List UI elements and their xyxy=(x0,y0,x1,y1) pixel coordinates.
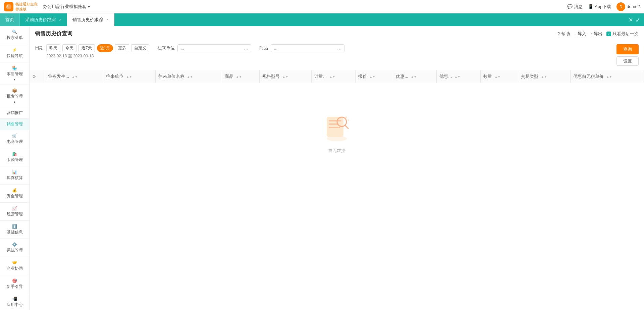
user-avatar[interactable]: D demo2 xyxy=(616,2,640,11)
filter-actions: 查询 设置 xyxy=(616,44,639,66)
sidebar-item-system[interactable]: ⚙️ 系统管理 xyxy=(0,239,29,257)
table-container: ⚙ 业务发生... ▲▼ 往来单位 ▲▼ xyxy=(30,70,644,180)
topbar-right: 💬 消息 📱 App下载 D demo2 xyxy=(567,2,640,11)
sort-icon-trade-type[interactable]: ▲▼ xyxy=(541,75,547,79)
sort-icon-partner-code[interactable]: ▲▼ xyxy=(126,75,132,79)
date-btn-today[interactable]: 今天 xyxy=(62,44,76,52)
th-partner-name[interactable]: 往来单位名称 ▲▼ xyxy=(155,70,222,83)
sort-icon-pretax-price[interactable]: ▲▼ xyxy=(606,75,612,79)
sidebar-item-inventory[interactable]: 📊 库存核算 xyxy=(0,166,29,185)
partner-input-dots[interactable]: ... xyxy=(244,45,248,51)
sidebar-item-wholesale[interactable]: 📦 批发管理 ▴ xyxy=(0,85,29,107)
tab-home[interactable]: 首页 xyxy=(0,13,20,26)
th-trade-type[interactable]: 交易类型 ▲▼ xyxy=(518,70,570,83)
sort-icon-qty[interactable]: ▲▼ xyxy=(494,75,500,79)
sort-icon-product[interactable]: ▲▼ xyxy=(236,75,242,79)
data-table: ⚙ 业务发生... ▲▼ 往来单位 ▲▼ xyxy=(30,70,644,83)
sidebar-item-marketing[interactable]: 营销推广 xyxy=(0,107,29,119)
wholesale-icon: 📦 xyxy=(12,88,17,93)
logo-text: 畅捷通好生意 标准版 xyxy=(15,2,38,11)
th-discount-amt[interactable]: 优惠... ▲▼ xyxy=(437,70,480,83)
sidebar-item-quick-nav[interactable]: ⚡ 快捷导航 xyxy=(0,44,29,62)
tabbar-actions: ✕ ⤢ xyxy=(629,17,644,23)
export-btn[interactable]: ↑ 导出 xyxy=(590,31,603,37)
query-button[interactable]: 查询 xyxy=(616,44,639,54)
settings-button[interactable]: 设置 xyxy=(616,56,639,66)
message-btn[interactable]: 💬 消息 xyxy=(567,4,583,10)
app-center-icon: 📲 xyxy=(12,297,17,301)
tab-sales-close[interactable]: × xyxy=(106,17,109,22)
date-options: 昨天 今天 近7天 近1月 更多 自定义 2023-02-18 至 2023-0… xyxy=(46,44,149,59)
date-btn-yesterday[interactable]: 昨天 xyxy=(46,44,60,52)
sidebar: 🔍 搜索菜单 ⚡ 快捷导航 🏪 零售管理 ▾ 📦 批发管理 ▴ 营销推广 销售管… xyxy=(0,26,30,310)
tab-purchase-history[interactable]: 采购历史价跟踪 × xyxy=(20,13,67,26)
th-product[interactable]: 商品 ▲▼ xyxy=(222,70,260,83)
th-qty[interactable]: 数量 ▲▼ xyxy=(480,70,518,83)
th-price[interactable]: 报价 ▲▼ xyxy=(355,70,393,83)
sidebar-item-app-center[interactable]: 📲 应用中心 xyxy=(0,293,29,310)
svg-rect-4 xyxy=(329,120,341,121)
tab-sales-history[interactable]: 销售历史价跟踪 × xyxy=(67,13,114,26)
export-icon: ↑ xyxy=(590,31,593,36)
sidebar-item-operation[interactable]: 📈 经营管理 xyxy=(0,203,29,221)
purchase-icon: 🛍️ xyxy=(12,152,17,156)
th-partner-code[interactable]: 往来单位 ▲▼ xyxy=(103,70,155,83)
sidebar-item-search[interactable]: 🔍 搜索菜单 xyxy=(0,26,29,44)
page-container: 销售历史价查询 ? 帮助 ↓ 导入 ↑ 导出 xyxy=(30,26,644,310)
empty-illustration xyxy=(320,110,354,144)
date-btn-1month[interactable]: 近1月 xyxy=(97,44,113,52)
svg-rect-6 xyxy=(329,127,340,128)
product-input-dots[interactable]: ... xyxy=(337,45,341,51)
sidebar-item-guide[interactable]: 🎯 新手引导 xyxy=(0,275,29,293)
main-layout: 🔍 搜索菜单 ⚡ 快捷导航 🏪 零售管理 ▾ 📦 批发管理 ▴ 营销推广 销售管… xyxy=(0,26,644,310)
sort-icon-discount-rate[interactable]: ▲▼ xyxy=(411,75,417,79)
th-settings: ⚙ xyxy=(30,70,45,83)
sort-icon-spec[interactable]: ▲▼ xyxy=(282,75,288,79)
sidebar-item-basic-info[interactable]: ℹ️ 基础信息 xyxy=(0,221,29,239)
gear-icon[interactable]: ⚙ xyxy=(32,74,36,79)
import-btn[interactable]: ↓ 导入 xyxy=(574,31,586,37)
maximize-btn[interactable]: ⤢ xyxy=(636,17,640,23)
date-btn-more[interactable]: 更多 xyxy=(115,44,129,52)
tab-purchase-close[interactable]: × xyxy=(59,17,61,22)
sidebar-item-finance[interactable]: 💰 资金管理 xyxy=(0,185,29,203)
wholesale-expand-icon: ▴ xyxy=(14,100,15,104)
last-only-label[interactable]: 只看最后一次 xyxy=(606,31,639,37)
app-selector[interactable]: 办公用品行业模拟账套 ▾ xyxy=(40,2,93,11)
th-biz-date[interactable]: 业务发生... ▲▼ xyxy=(45,70,103,83)
sidebar-item-enterprise[interactable]: 🤝 企业协同 xyxy=(0,257,29,275)
logo-area: 6 畅捷通好生意 标准版 xyxy=(4,2,38,11)
logo-icon: 6 xyxy=(4,2,13,11)
last-only-checkbox[interactable] xyxy=(606,32,611,36)
sidebar-item-retail[interactable]: 🏪 零售管理 ▾ xyxy=(0,62,29,85)
date-btn-custom[interactable]: 自定义 xyxy=(131,44,149,52)
app-download-btn[interactable]: 📱 App下载 xyxy=(588,4,611,10)
sort-icon-discount-amt[interactable]: ▲▼ xyxy=(454,75,461,79)
sort-icon-biz-date[interactable]: ▲▼ xyxy=(72,75,78,79)
sidebar-item-purchase[interactable]: 🛍️ 采购管理 xyxy=(0,148,29,166)
page-header: 销售历史价查询 ? 帮助 ↓ 导入 ↑ 导出 xyxy=(30,26,644,40)
th-pretax-price[interactable]: 优惠前无税单价 ▲▼ xyxy=(570,70,644,83)
help-btn[interactable]: ? 帮助 xyxy=(557,31,570,37)
date-btn-7days[interactable]: 近7天 xyxy=(78,44,95,52)
sidebar-item-sales-mgmt[interactable]: 销售管理 xyxy=(0,119,29,130)
app-name: 办公用品行业模拟账套 xyxy=(43,4,87,10)
close-all-btn[interactable]: ✕ xyxy=(629,17,633,23)
th-spec[interactable]: 规格型号 ▲▼ xyxy=(260,70,312,83)
basic-info-icon: ℹ️ xyxy=(12,224,17,229)
partner-input[interactable] xyxy=(180,46,244,51)
guide-icon: 🎯 xyxy=(12,278,17,283)
import-icon: ↓ xyxy=(574,31,576,36)
th-unit[interactable]: 计量... ▲▼ xyxy=(312,70,355,83)
sort-icon-price[interactable]: ▲▼ xyxy=(369,75,375,79)
content: 销售历史价查询 ? 帮助 ↓ 导入 ↑ 导出 xyxy=(30,26,644,310)
sort-icon-unit[interactable]: ▲▼ xyxy=(329,75,335,79)
product-input[interactable] xyxy=(274,46,337,51)
retail-expand-icon: ▾ xyxy=(14,78,15,81)
sort-icon-partner-name[interactable]: ▲▼ xyxy=(187,75,193,79)
topbar: 6 畅捷通好生意 标准版 办公用品行业模拟账套 ▾ 💬 消息 📱 App下载 D… xyxy=(0,0,644,13)
th-discount-rate[interactable]: 优惠... ▲▼ xyxy=(393,70,437,83)
partner-input-wrap: ... xyxy=(177,44,251,52)
sidebar-item-ecommerce[interactable]: 🛒 电商管理 xyxy=(0,130,29,148)
filter-area: 日期 昨天 今天 近7天 近1月 更多 自定义 2023-02-18 至 202… xyxy=(30,40,644,70)
